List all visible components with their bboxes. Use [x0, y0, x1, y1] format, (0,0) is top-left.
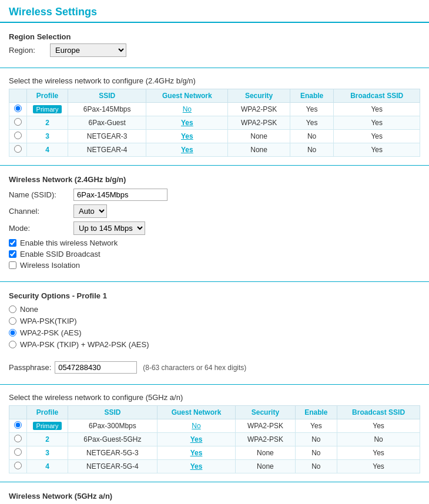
radio-cell[interactable]	[9, 130, 27, 143]
guest-cell[interactable]: Yes	[146, 143, 228, 157]
guest-link[interactable]: No	[192, 422, 200, 430]
passphrase-input[interactable]	[55, 361, 137, 374]
guest-cell[interactable]: Yes	[157, 446, 236, 460]
primary-label: Primary	[33, 422, 62, 430]
row-radio[interactable]	[14, 421, 22, 429]
table-row: 3 NETGEAR-3 Yes None No Yes	[9, 130, 420, 143]
guest-link[interactable]: Yes	[181, 146, 193, 154]
broadcast-cell: Yes	[334, 143, 420, 157]
region-section-label: Region Selection	[9, 32, 420, 41]
th5-security: Security	[236, 406, 295, 419]
row-radio[interactable]	[14, 118, 22, 126]
security-none-radio[interactable]	[9, 305, 16, 313]
wireless-network-24-section: Wireless Network (2.4GHz b/g/n) Name (SS…	[0, 170, 429, 277]
radio-cell[interactable]	[9, 433, 27, 446]
radio-cell[interactable]	[9, 103, 27, 116]
row-radio[interactable]	[14, 132, 22, 139]
security-none-label: None	[20, 305, 38, 314]
th-select	[9, 89, 27, 103]
security-cell: WPA2-PSK	[228, 103, 290, 116]
mode-label: Mode:	[9, 224, 73, 233]
row-radio[interactable]	[14, 145, 22, 153]
table-header-row: Profile SSID Guest Network Security Enab…	[9, 89, 420, 103]
radio-cell[interactable]	[9, 419, 27, 433]
enable-cell: No	[295, 433, 337, 446]
enable-ssid-checkbox[interactable]	[9, 250, 16, 258]
guest-cell[interactable]: No	[157, 419, 236, 433]
security-cell: None	[236, 460, 295, 473]
mode-select[interactable]: Up to 145 Mbps Up to 54 Mbps Up to 11 Mb…	[73, 221, 145, 235]
table-row: 4 NETGEAR-4 Yes None No Yes	[9, 143, 420, 157]
th5-ssid: SSID	[68, 406, 157, 419]
guest-cell[interactable]: Yes	[146, 116, 228, 130]
guest-cell[interactable]: Yes	[157, 433, 236, 446]
guest-link[interactable]: Yes	[181, 132, 193, 140]
radio-cell[interactable]	[9, 446, 27, 460]
row-radio[interactable]	[14, 435, 22, 442]
th5-select	[9, 406, 27, 419]
table-row: Primary 6Pax-300Mbps No WPA2-PSK Yes Yes	[9, 419, 420, 433]
table-row: 4 NETGEAR-5G-4 Yes None No Yes	[9, 460, 420, 473]
guest-link[interactable]: No	[183, 105, 192, 113]
guest-link[interactable]: Yes	[181, 119, 193, 127]
wireless-isolation-checkbox[interactable]	[9, 261, 16, 269]
row-radio[interactable]	[14, 448, 22, 456]
row-radio[interactable]	[14, 462, 22, 469]
guest-link[interactable]: Yes	[190, 449, 203, 457]
th5-broadcast-ssid: Broadcast SSID	[337, 406, 420, 419]
ssid-cell: 6Pax-300Mbps	[68, 419, 157, 433]
ssid-cell: 6Pax-145Mbps	[68, 103, 146, 116]
security-title: Security Options - Profile 1	[9, 291, 420, 300]
profile-cell: 2	[27, 116, 68, 130]
region-select[interactable]: Europe North America Asia Australia	[50, 43, 126, 57]
passphrase-section: Passphrase: (8-63 characters or 64 hex d…	[0, 357, 429, 379]
channel-select[interactable]: Auto1234567891011	[73, 204, 107, 218]
enable-cell: No	[290, 143, 334, 157]
th-enable: Enable	[290, 89, 334, 103]
section-divider-5	[0, 482, 429, 482]
security-wpa-wpa2-radio[interactable]	[9, 341, 16, 348]
guest-cell[interactable]: No	[146, 103, 228, 116]
security-cell: None	[228, 130, 290, 143]
section-divider-2	[0, 165, 429, 166]
security-wpa2-psk-aes-label: WPA2-PSK (AES)	[20, 328, 82, 337]
profile-cell: 4	[27, 460, 68, 473]
wn-24-title: Wireless Network (2.4GHz b/g/n)	[9, 175, 420, 184]
profile-link[interactable]: 2	[45, 435, 49, 443]
enable-cell: Yes	[290, 116, 334, 130]
name-ssid-input[interactable]	[73, 189, 167, 201]
profile-link[interactable]: 4	[45, 462, 49, 471]
guest-cell[interactable]: Yes	[146, 130, 228, 143]
enable-cell: Yes	[295, 419, 337, 433]
enable-cell: Yes	[290, 103, 334, 116]
security-wpa-psk-tkip-radio[interactable]	[9, 317, 16, 325]
enable-network-checkbox[interactable]	[9, 239, 16, 247]
row-radio[interactable]	[14, 105, 22, 112]
name-ssid-label: Name (SSID):	[9, 190, 73, 199]
profile-link[interactable]: 3	[45, 449, 49, 457]
network-table-24ghz: Profile SSID Guest Network Security Enab…	[9, 89, 420, 157]
region-field-label: Region:	[9, 46, 50, 55]
enable-network-label: Enable this wireless Network	[20, 238, 118, 247]
profile-link[interactable]: 2	[45, 119, 49, 127]
guest-link[interactable]: Yes	[190, 435, 203, 443]
security-wpa2-psk-aes-radio[interactable]	[9, 329, 16, 337]
profile-link[interactable]: 4	[45, 146, 49, 154]
table-row: Primary 6Pax-145Mbps No WPA2-PSK Yes Yes	[9, 103, 420, 116]
wireless-network-5-section: Wireless Network (5GHz a/n) Name (SSID):	[0, 487, 429, 504]
guest-cell[interactable]: Yes	[157, 460, 236, 473]
th5-enable: Enable	[295, 406, 337, 419]
table-row: 3 NETGEAR-5G-3 Yes None No Yes	[9, 446, 420, 460]
broadcast-cell: Yes	[337, 460, 420, 473]
table-24ghz-section: Select the wireless network to configure…	[0, 73, 429, 160]
th5-profile: Profile	[27, 406, 68, 419]
radio-cell[interactable]	[9, 460, 27, 473]
security-cell: None	[228, 143, 290, 157]
radio-cell[interactable]	[9, 116, 27, 130]
radio-cell[interactable]	[9, 143, 27, 157]
profile-cell: Primary	[27, 419, 68, 433]
section-divider-4	[0, 384, 429, 385]
guest-link[interactable]: Yes	[190, 462, 203, 471]
profile-cell: 2	[27, 433, 68, 446]
profile-link[interactable]: 3	[45, 132, 49, 140]
